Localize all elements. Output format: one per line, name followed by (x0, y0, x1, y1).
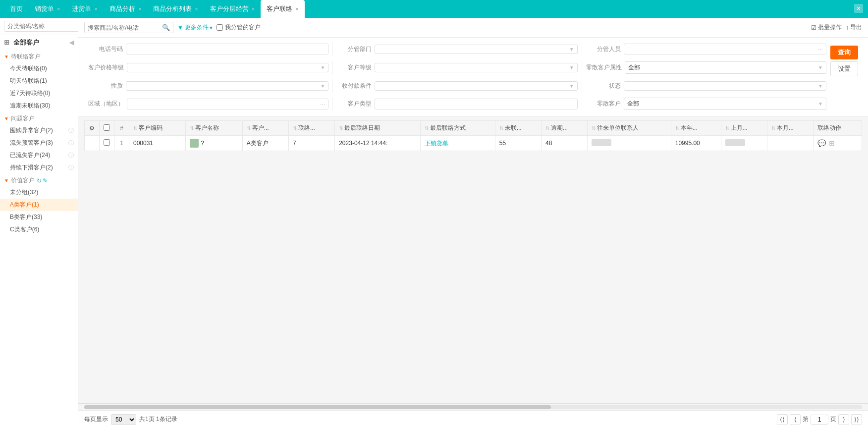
refresh-icon[interactable]: ↻ (37, 177, 42, 184)
row-checkbox[interactable] (100, 136, 114, 151)
close-all-tabs[interactable]: × (854, 4, 863, 13)
tab-customer-tier-close[interactable]: × (252, 6, 255, 12)
col-contact-person[interactable]: ⇅往来单位联系人 (588, 121, 671, 136)
col-contact-count[interactable]: ⇅联络... (288, 121, 334, 136)
sidebar-item-today[interactable]: 今天待联络(0) (0, 62, 78, 75)
action-link-icon[interactable]: ⊞ (829, 139, 835, 147)
sidebar-item-abnormal[interactable]: 囤购异常客户(2) ⓘ (0, 124, 78, 137)
col-code[interactable]: ⇅客户编码 (129, 121, 186, 136)
tab-analysis-list-close[interactable]: × (195, 6, 198, 12)
scroll-thumb[interactable] (84, 405, 551, 409)
per-page-select[interactable]: 50 100 200 (111, 414, 136, 425)
cust-grade-select[interactable]: ▼ (375, 63, 577, 72)
edit-value-icon[interactable]: ✎ (43, 177, 48, 184)
tab-customer-tier[interactable]: 客户分层经营 × (204, 0, 261, 18)
retail-select[interactable]: 全部 ▼ (624, 98, 826, 110)
col-name[interactable]: ⇅客户名称 (186, 121, 242, 136)
pg-last-btn[interactable]: ⟩⟩ (851, 414, 862, 425)
tab-home[interactable]: 首页 (4, 0, 29, 18)
action-icons: 💬 ⊞ (817, 139, 858, 147)
scroll-track[interactable] (84, 405, 862, 409)
sidebar-item-churn-warning[interactable]: 流失预警客户(3) ⓘ (0, 137, 78, 149)
tab-analysis-list[interactable]: 商品分析列表 × (147, 0, 204, 18)
dept-select[interactable]: ▼ (375, 45, 577, 54)
action-chat-icon[interactable]: 💬 (817, 139, 826, 147)
retail-attr-select[interactable]: 全部 ▼ (625, 61, 826, 74)
col-last-month[interactable]: ⇅上月... (721, 121, 767, 136)
region-select[interactable]: ··· (127, 99, 328, 109)
retail-label: 零散客户 (586, 100, 621, 108)
name-color-block (190, 139, 199, 148)
price-grade-select[interactable]: ▼ (127, 63, 328, 72)
sidebar-item-b-class[interactable]: B类客户(33) (0, 211, 78, 223)
filter-payment: 收付款条件 ▼ (333, 79, 581, 93)
main-search-input[interactable] (88, 24, 162, 31)
sidebar-search-input[interactable] (4, 21, 78, 32)
select-all-checkbox[interactable] (104, 124, 110, 131)
tab-customer-contact[interactable]: 客户联络 × (261, 0, 304, 18)
sidebar-item-7days[interactable]: 近7天待联络(0) (0, 87, 78, 100)
batch-op-btn[interactable]: ☑ 批量操作 (811, 23, 842, 32)
content-area: 🔍 ▼ 更多条件 ▾ 我分管的客户 ☑ 批量操作 ↑ 导出 (78, 18, 868, 428)
page-input[interactable] (811, 415, 828, 425)
sidebar-item-declining[interactable]: 持续下滑客户(2) ⓘ (0, 161, 78, 174)
sidebar-group-pending[interactable]: ▼ 待联络客户 (0, 50, 78, 62)
more-filters-btn[interactable]: ▼ 更多条件 ▾ (177, 23, 213, 32)
table-row: 1 000031 ? A类客户 (85, 136, 862, 151)
pg-first-btn[interactable]: ⟨⟨ (777, 414, 788, 425)
col-last-contact-method[interactable]: ⇅最后联络方式 (421, 121, 495, 136)
export-btn[interactable]: ↑ 导出 (846, 23, 862, 32)
query-button[interactable]: 查询 (830, 46, 858, 59)
filter-dept: 分管部门 ▼ (333, 43, 581, 56)
sidebar-item-c-class[interactable]: C类客户(6) (0, 223, 78, 236)
sidebar-item-overdue[interactable]: 逾期未联络(30) (0, 100, 78, 112)
sidebar-group-value[interactable]: ▼ 价值客户 ↻ ✎ (0, 174, 78, 186)
payment-arrow: ▼ (569, 83, 574, 89)
col-overdue[interactable]: ⇅逾期... (541, 121, 587, 136)
sidebar-item-ungrouped[interactable]: 未分组(32) (0, 186, 78, 199)
sidebar-group-problem[interactable]: ▼ 问题客户 (0, 112, 78, 124)
tab-sales[interactable]: 销货单 × (29, 0, 66, 18)
sidebar-all-customers[interactable]: ⊞ 全部客户 ◀ (0, 35, 78, 50)
manager-label: 分管人员 (586, 45, 621, 54)
tab-customer-tier-label: 客户分层经营 (210, 4, 249, 13)
payment-select[interactable]: ▼ (375, 81, 577, 91)
sidebar-collapse-btn[interactable]: ◀ (69, 39, 74, 46)
adv-filter-row-4: 区域（地区） ··· 客户类型 零散客户 (84, 96, 830, 112)
phone-input[interactable] (126, 44, 328, 54)
manager-input[interactable]: ··· (624, 44, 826, 54)
col-last-contact-date[interactable]: ⇅最后联络日期 (335, 121, 421, 136)
tab-analysis[interactable]: 商品分析 × (104, 0, 147, 18)
row-last-month (721, 136, 767, 151)
sidebar-item-a-class[interactable]: A类客户(1) (0, 199, 78, 211)
col-uncontacted[interactable]: ⇅未联... (495, 121, 541, 136)
nature-select[interactable]: ▼ (126, 81, 328, 91)
tab-customer-contact-close[interactable]: × (295, 6, 298, 12)
row-code[interactable]: 000031 (129, 136, 186, 151)
export-icon: ↑ (846, 24, 849, 31)
col-this-year[interactable]: ⇅本年... (671, 121, 721, 136)
col-checkbox[interactable] (100, 121, 114, 136)
row-name[interactable]: ? (186, 136, 242, 151)
tab-analysis-close[interactable]: × (138, 6, 141, 12)
status-select[interactable]: ▼ (624, 81, 826, 91)
my-customers-checkbox[interactable] (217, 24, 223, 31)
tab-purchase[interactable]: 进货单 × (66, 0, 103, 18)
query-settings-wrap: 查询 设置 (830, 42, 862, 112)
price-grade-arrow: ▼ (320, 65, 325, 70)
sidebar-item-churned[interactable]: 已流失客户(24) ⓘ (0, 149, 78, 161)
settings-button[interactable]: 设置 (830, 61, 858, 76)
my-customers-toggle[interactable]: 我分管的客户 (217, 23, 261, 32)
tab-sales-close[interactable]: × (57, 6, 60, 12)
cust-type-input[interactable] (375, 99, 577, 109)
row-last-contact-method[interactable]: 下销货单 (421, 136, 495, 151)
col-grade[interactable]: ⇅客户... (242, 121, 288, 136)
sidebar-item-tomorrow[interactable]: 明天待联络(1) (0, 75, 78, 87)
col-this-month[interactable]: ⇅本月... (767, 121, 813, 136)
pg-prev-btn[interactable]: ⟨ (790, 414, 801, 425)
col-gear[interactable]: ⚙ (85, 121, 100, 136)
pg-next-btn[interactable]: ⟩ (838, 414, 849, 425)
row-select-checkbox[interactable] (104, 139, 110, 146)
tab-purchase-close[interactable]: × (94, 6, 97, 12)
main-search-icon[interactable]: 🔍 (162, 24, 170, 31)
